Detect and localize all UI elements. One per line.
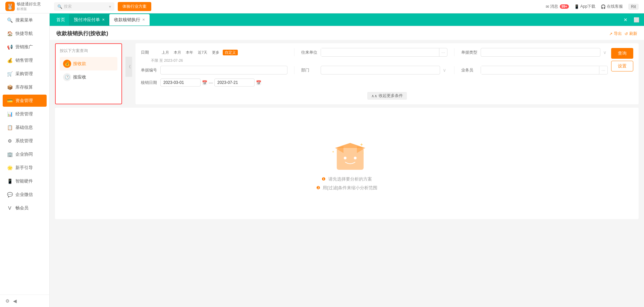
close-tab-btn[interactable]: ✕ (622, 16, 630, 23)
sidebar-item-hardware[interactable]: 📱 智能硬件 (0, 174, 49, 188)
doc-no-field: 单据编号 (141, 66, 287, 74)
query-button[interactable]: 查询 (611, 48, 633, 59)
collapse-conditions-btn[interactable]: ∧∧ 收起更多条件 (367, 92, 407, 100)
filter-by-receipt[interactable]: 💰 按收款 (60, 57, 117, 70)
sidebar-item-system[interactable]: ⚙ 系统管理 (0, 134, 49, 148)
custom-date-tag[interactable]: 自定义 (223, 50, 238, 55)
filter-row-2: 单据编号 部门 ∨ (141, 66, 608, 74)
filter-panel-title: 按以下方案查询 (60, 48, 117, 54)
page-actions: ↗ 导出 ↺ 刷新 (609, 31, 637, 37)
verify-end-input[interactable]: 2023-07-21 (214, 79, 255, 87)
settings-button[interactable]: 设置 (611, 61, 633, 71)
empty-illustration: ✦ ✦ ✦ (330, 135, 364, 168)
verify-date-range: 2023-03-01 📅 — 2023-07-21 📅 (160, 79, 261, 87)
svg-text:✦: ✦ (362, 152, 364, 155)
calendar-start-icon[interactable]: 📅 (202, 80, 207, 85)
svg-point-1 (344, 157, 346, 159)
sidebar-label: 新手引导 (15, 165, 33, 171)
sales-icon: 💰 (7, 58, 13, 63)
dept-dropdown[interactable] (321, 66, 440, 74)
doc-type-dropdown[interactable] (481, 48, 600, 57)
sidebar-label: 企业微信 (15, 192, 33, 198)
wechat-icon: 💬 (7, 192, 13, 197)
home-icon: 🏠 (7, 31, 13, 36)
page-title: 收款核销执行(按收款) (56, 30, 108, 37)
counterparty-dots[interactable]: ··· (439, 48, 447, 56)
content-area: 按以下方案查询 💰 按收款 🕐 按应收 《 (50, 40, 644, 307)
doc-type-dots[interactable]: ∨ (602, 50, 608, 55)
sidebar-item-search[interactable]: 🔍 搜索菜单 (0, 13, 49, 27)
refresh-button[interactable]: ↺ 刷新 (625, 31, 637, 37)
date-unlimited-text: 不限 至 2023-07-26 (141, 58, 608, 63)
date-label: 日期 (141, 50, 158, 55)
sidebar-item-purchase[interactable]: 🛒 采购管理 (0, 67, 49, 81)
tab-home[interactable]: 首页 (52, 14, 69, 25)
collapse-button[interactable]: 《 (125, 57, 132, 77)
online-service-label: 在线客服 (607, 4, 623, 9)
maximize-tab-btn[interactable]: ⬜ (632, 16, 641, 23)
export-button[interactable]: ↗ 导出 (609, 31, 622, 37)
sidebar-item-collab[interactable]: 🏢 企业协同 (0, 148, 49, 161)
collab-icon: 🏢 (7, 152, 13, 157)
this-year-btn[interactable]: 本年 (184, 49, 195, 56)
counterparty-label: 往来单位 (301, 50, 318, 55)
sidebar-item-sales[interactable]: 💰 销售管理 (0, 54, 49, 67)
doc-no-input[interactable] (160, 66, 287, 74)
message-badge: 99+ (560, 4, 569, 9)
sidebar-bottom: ⚙ ◀ (0, 295, 49, 307)
salesperson-dots[interactable]: ··· (599, 66, 607, 74)
sidebar-label: 基础信息 (15, 124, 33, 131)
main-content: 首页 预付冲应付单 ✕ 收款核销执行 ✕ ✕ ⬜ 收款核销执行(按收款) ↗ 导… (50, 13, 644, 307)
sidebar-item-vip[interactable]: V 畅会员 (0, 201, 49, 215)
last-month-btn[interactable]: 上月 (160, 49, 170, 56)
counterparty-input[interactable]: ··· (321, 48, 448, 57)
sidebar-label: 快捷导航 (15, 31, 33, 37)
user-avatar[interactable]: Rit (628, 4, 639, 10)
search-bar[interactable]: 🔍 搜索 ▾ (54, 2, 114, 11)
message-btn[interactable]: ✉ 消息 99+ (546, 4, 569, 9)
filter-row-1: 日期 上月 本月 本年 近7天 更多 自定义 (141, 48, 608, 57)
tab-receipt[interactable]: 收款核销执行 ✕ (109, 14, 150, 25)
verify-date-field: 核销日期 2023-03-01 📅 — 2023-07-21 📅 (141, 79, 608, 87)
export-icon: ↗ (609, 32, 612, 36)
calendar-end-icon[interactable]: 📅 (256, 80, 261, 85)
doc-type-select: ∨ (481, 48, 608, 57)
inventory-icon: 📦 (7, 85, 13, 90)
dropdown-icon[interactable]: ▾ (109, 4, 111, 9)
tab-close-prepay[interactable]: ✕ (102, 18, 105, 21)
verify-start-input[interactable]: 2023-03-01 (160, 79, 201, 87)
search-icon: 🔍 (57, 4, 62, 9)
search-placeholder: 搜索 (64, 4, 72, 9)
tab-prepay[interactable]: 预付冲应付单 ✕ (69, 14, 109, 25)
date-shortcuts: 上月 本月 本年 近7天 更多 自定义 (160, 49, 238, 56)
app-download-btn[interactable]: 📱 App下载 (574, 4, 595, 9)
sidebar-item-operations[interactable]: 📊 经营管理 (0, 107, 49, 121)
settings-bottom-icon[interactable]: ⚙ (5, 298, 10, 304)
sidebar-item-guide[interactable]: 🌟 新手引导 (0, 161, 49, 174)
tab-close-receipt[interactable]: ✕ (142, 18, 145, 21)
salesperson-text-input[interactable] (481, 66, 599, 74)
empty-tip-1: ❶ 请先选择要分析的方案 (322, 175, 372, 184)
sidebar-item-nav[interactable]: 🏠 快捷导航 (0, 27, 49, 40)
this-month-btn[interactable]: 本月 (172, 49, 182, 56)
counterparty-text-input[interactable] (321, 48, 439, 56)
salesperson-input[interactable]: ··· (481, 66, 608, 74)
vip-icon: V (7, 205, 13, 211)
online-service-btn[interactable]: 🎧 在线客服 (601, 4, 623, 9)
filter-by-receivable[interactable]: 🕐 按应收 (60, 70, 117, 84)
sidebar-item-wechat[interactable]: 💬 企业微信 (0, 188, 49, 201)
basic-icon: 📋 (7, 125, 13, 130)
collapse-icon[interactable]: ◀ (13, 298, 17, 304)
solution-button[interactable]: 体验行业方案 (118, 2, 151, 11)
more-date-btn[interactable]: 更多 (211, 49, 221, 56)
sidebar-label: 畅会员 (15, 205, 29, 211)
sidebar-item-inventory[interactable]: 📦 库存核算 (0, 81, 49, 94)
sidebar-label: 资金管理 (15, 98, 33, 104)
filter-row-3: 核销日期 2023-03-01 📅 — 2023-07-21 📅 (141, 79, 608, 87)
dept-dots[interactable]: ∨ (441, 67, 447, 73)
sidebar-item-basic[interactable]: 📋 基础信息 (0, 121, 49, 134)
doc-no-label: 单据编号 (141, 67, 158, 73)
sidebar-item-marketing[interactable]: 📢 营销推广 (0, 40, 49, 54)
last-7days-btn[interactable]: 近7天 (197, 49, 209, 56)
sidebar-item-finance[interactable]: 💳 资金管理 (3, 95, 47, 107)
